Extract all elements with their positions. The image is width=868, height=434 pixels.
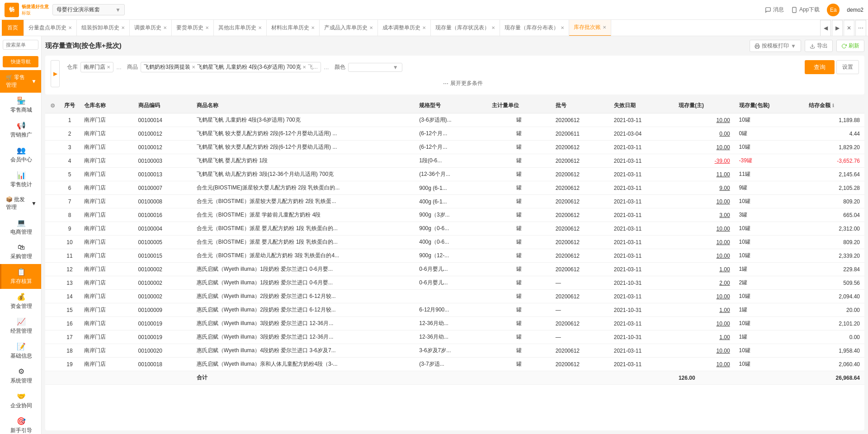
tab-close-icon[interactable]: ✕ [422,25,426,30]
avatar[interactable]: Ea [827,4,840,16]
sidebar-item-operations[interactable]: 📈 经营管理 [0,314,41,339]
col-settings[interactable]: ⚙ [45,98,60,113]
expand-more-btn[interactable]: ⋯ 展开更多条件 [443,80,483,87]
expand-more-row: ⋯ 展开更多条件 [67,77,859,90]
message-btn[interactable]: 消息 [765,6,784,14]
sidebar: 快捷导航 🛒 零售管理 ▼ 🏪 零售商城 📢 营销推广 👥 会员中心 📊 零售统… [0,36,42,434]
tab-close-icon[interactable]: ✕ [258,25,262,30]
sidebar-item-retail-stats[interactable]: 📊 零售统计 [0,167,41,192]
tab-close-icon[interactable]: ✕ [68,25,72,30]
warehouse-tag-group: 南岸门店 ✕ [80,62,113,72]
warehouse-tag-nanagan: 南岸门店 ✕ [84,63,110,71]
tab-next-btn[interactable]: ▶ [832,20,843,36]
tab-cost-adjust[interactable]: 成本调整单历史 ✕ [378,20,431,36]
sidebar-item-member-center[interactable]: 👥 会员中心 [0,142,41,167]
col-qty-pkg: 现存量(包装) [735,98,805,113]
table-footer-row: 合计 126.00 26,968.64 [45,371,864,385]
tab-product-inbound[interactable]: 产成品入库单历史 ✕ [320,20,378,36]
warehouse-tag-close[interactable]: ✕ [107,65,110,70]
tab-close-icon[interactable]: ✕ [121,25,125,30]
tab-close-icon[interactable]: ✕ [603,25,606,30]
table-row: 4 南岸门店 00100003 飞鹤星飞帆 婴儿配方奶粉 1段 1段(0-6..… [45,154,864,168]
warehouse-selector[interactable]: 母婴行业演示账套 ▼ [52,4,125,15]
footer-label: 合计 [192,371,415,385]
header-actions: 按模板打印 ▼ 导出 刷新 [750,40,864,52]
sidebar-item-inventory-check[interactable]: 📋 库存核算 [0,264,41,289]
tab-inventory-distribution[interactable]: 现存量（库存分布表） ✕ [500,20,569,36]
sidebar-item-ecommerce[interactable]: 💻 电商管理 [0,215,41,240]
col-num: 序号 [60,98,80,113]
col-spec: 规格型号 [415,98,487,113]
product-tag-1-close[interactable]: ✕ [192,65,195,70]
table-row: 15 南岸门店 00100009 惠氏启赋（Wyeth illuma）2段奶粉 … [45,303,864,317]
table-row: 7 南岸门店 00100008 合生元（BIOSTIME）派星较大婴儿配方奶粉 … [45,195,864,208]
color-filter: 颜色 ▼ [335,63,402,72]
table-row: 16 南岸门店 00100019 惠氏启赋（Wyeth illuma）3段奶粉 … [45,317,864,330]
tab-transfer[interactable]: 调拨单历史 ✕ [130,20,172,36]
product-filter-more[interactable]: … [324,64,329,71]
quick-nav-btn[interactable]: 快捷导航 [3,56,38,67]
app-download-btn[interactable]: App下载 [791,6,820,14]
data-table: ⚙ 序号 仓库名称 商品编码 商品名称 规格型号 主计量单位 批号 失效日期 现… [45,98,864,385]
tab-assembly[interactable]: 组装拆卸单历史 ✕ [77,20,130,36]
sidebar-item-basic-info[interactable]: 📝 基础信息 [0,339,41,363]
sidebar-item-wholesale[interactable]: 📦 批发管理 ▼ [0,192,41,215]
table-body: 1 南岸门店 00100014 飞鹤星飞帆 儿童奶粉 4段(3-6岁适用) 70… [45,113,864,371]
tab-close-all-btn[interactable]: ✕ [844,20,854,36]
tab-home[interactable]: 首页 [2,20,24,36]
tab-requisition[interactable]: 要货单历史 ✕ [172,20,214,36]
query-btn[interactable]: 查询 [805,60,835,74]
filter-row: 仓库 南岸门店 ✕ … 商品 [67,60,859,74]
refresh-btn[interactable]: 刷新 [836,40,864,52]
table-row: 3 南岸门店 00100012 飞鹤星飞帆 较大婴儿配方奶粉 2段(6-12个月… [45,141,864,154]
tab-material-outbound[interactable]: 材料出库单历史 ✕ [267,20,320,36]
tab-close-icon[interactable]: ✕ [561,25,564,30]
export-btn[interactable]: 导出 [805,40,833,52]
print-btn[interactable]: 按模板打印 ▼ [750,40,801,52]
table-row: 9 南岸门店 00100004 合生元（BIOSTIME）派星 婴儿配方奶粉 1… [45,222,864,236]
svg-rect-2 [756,47,759,48]
settings-icon[interactable]: ⚙ [50,103,55,109]
col-expire: 失效日期 [609,98,674,113]
col-balance: 结存金额 ℹ [804,98,864,113]
table-row: 13 南岸门店 00100002 惠氏启赋（Wyeth illuma）1段奶粉 … [45,276,864,290]
warehouse-filter-more[interactable]: … [116,64,122,71]
table-row: 8 南岸门店 00100016 合生元（BIOSTIME）派星 学龄前儿童配方奶… [45,208,864,222]
tab-close-icon[interactable]: ✕ [369,25,373,30]
tab-close-icon[interactable]: ✕ [311,25,315,30]
sidebar-item-enterprise-coop[interactable]: 🤝 企业协同 [0,388,41,413]
sidebar-item-new-guide[interactable]: 🎯 新手引导 [0,413,41,434]
top-bar: 畅 畅捷通好生意 标版 母婴行业演示账套 ▼ 消息 App下载 Ea demo2 [0,0,868,20]
sidebar-item-retail-mall[interactable]: 🏪 零售商城 [0,93,41,118]
product-tag-more[interactable]: 飞... [308,63,318,71]
color-filter-label: 颜色 [335,63,345,71]
table-header-row: ⚙ 序号 仓库名称 商品编码 商品名称 规格型号 主计量单位 批号 失效日期 现… [45,98,864,113]
tab-inventory-history-1[interactable]: 分量盘点单历史 ✕ [24,20,77,36]
product-tag-2-close[interactable]: ✕ [302,65,306,70]
sidebar-item-system-mgmt[interactable]: ⚙ 系统管理 [0,363,41,388]
query-btn-area: 查询 设置 [805,60,859,74]
table-row: 12 南岸门店 00100002 惠氏启赋（Wyeth illuma）1段奶粉 … [45,263,864,276]
warehouse-filter-label: 仓库 [67,63,78,71]
setting-btn[interactable]: 设置 [836,60,859,74]
sidebar-item-purchase[interactable]: 🛍 采购管理 [0,240,41,264]
tab-close-icon[interactable]: ✕ [205,25,209,30]
sidebar-item-marketing[interactable]: 📢 营销推广 [0,118,41,142]
color-select[interactable]: ▼ [348,63,402,72]
table-row: 18 南岸门店 00100020 惠氏启赋（Wyeth illuma）4段奶粉 … [45,344,864,358]
filter-expand-arrow[interactable]: ▶ [51,60,60,87]
page-title: 现存量查询(按仓库+批次) [45,42,122,50]
tab-other-outbound[interactable]: 其他出库单历史 ✕ [214,20,267,36]
tab-close-icon[interactable]: ✕ [163,25,167,30]
sidebar-item-retail-mgmt[interactable]: 🛒 零售管理 ▼ [0,70,41,93]
tab-inventory-batch[interactable]: 库存批次账 ✕ [569,20,611,36]
tab-inventory-status[interactable]: 现存量（库存状况表） ✕ [431,20,500,36]
logo-icon: 畅 [5,3,19,17]
product-filter: 商品 飞鹤奶粉3段两提装 ✕ 飞鹤星飞帆 儿童奶粉 4段(3-6岁适用) 700… [127,62,329,72]
sidebar-item-finance[interactable]: 💰 资金管理 [0,289,41,314]
tab-close-icon[interactable]: ✕ [491,25,495,30]
table-row: 5 南岸门店 00100013 飞鹤星飞帆 幼儿配方奶粉 3段(12-36个月幼… [45,168,864,181]
search-input[interactable] [3,40,38,50]
tab-refresh-btn[interactable]: ⋯ [855,20,866,36]
tab-prev-btn[interactable]: ◀ [820,20,831,36]
